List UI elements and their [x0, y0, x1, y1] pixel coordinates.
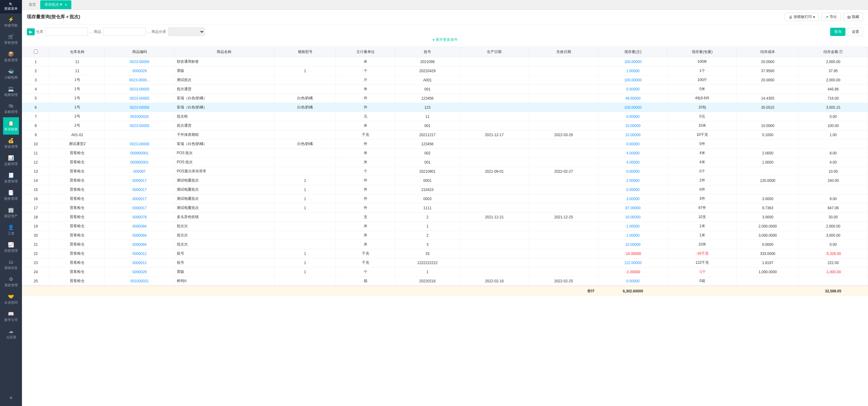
row-spec: 1 — [274, 258, 336, 267]
qty-main-link[interactable]: 4.00000 — [626, 151, 639, 155]
code-link[interactable]: 0023-00008 — [130, 105, 149, 110]
code-link[interactable]: 0000012 — [132, 261, 147, 265]
sidebar-item-purchase[interactable]: 🛍采购管理 — [3, 100, 19, 117]
settings-btn[interactable]: 设置 — [848, 28, 863, 36]
qty-main-link[interactable]: 4.00000 — [626, 160, 639, 165]
qty-main-link[interactable]: 10.00000 — [625, 124, 641, 128]
tab-home[interactable]: 首页 — [24, 0, 40, 9]
select-all-checkbox[interactable] — [34, 49, 38, 54]
hide-btn[interactable]: ▤ 隐藏 — [843, 13, 863, 21]
print-btn[interactable]: 🖨 按模板打印 ▾ — [785, 13, 819, 21]
row-name: 批次次 — [174, 231, 274, 240]
hr-icon: 👤 — [8, 225, 14, 230]
warehouse-input[interactable] — [45, 27, 88, 36]
qty-main-link[interactable]: 100.00000 — [624, 78, 642, 82]
code-link[interactable]: 0000017 — [132, 206, 147, 210]
qty-main-link[interactable]: 2.00000 — [626, 178, 639, 183]
row-prod — [460, 203, 529, 212]
code-link[interactable]: 001000026 — [130, 114, 149, 119]
row-batch: 3 — [395, 240, 460, 249]
qty-main-link[interactable]: 100.00000 — [624, 105, 642, 110]
row-qty-main: -16.00000 — [598, 249, 668, 258]
sidebar-item-tax[interactable]: 📑税务管理 — [3, 187, 19, 204]
code-link[interactable]: 0000017 — [132, 188, 147, 192]
sidebar-item-collab[interactable]: 🤝企业协同 — [3, 291, 19, 308]
row-warehouse: 1号 — [50, 103, 105, 112]
qty-main-link[interactable]: 1.00000 — [626, 233, 639, 238]
qty-main-link[interactable]: 0.00000 — [626, 279, 639, 283]
row-amount — [799, 139, 868, 149]
code-link[interactable]: 000097 — [133, 169, 146, 174]
code-link[interactable]: 0023-00005 — [130, 87, 149, 91]
table-row: 2 11 0000029 票版 1 个 20220429 1.00000 1个 … — [22, 66, 868, 75]
qty-main-link[interactable]: 10.00000 — [625, 242, 641, 247]
qty-main-link[interactable]: 100.00000 — [624, 60, 642, 64]
tab-close-icon[interactable]: ✕ — [65, 3, 67, 6]
sidebar-item-mini-ecom[interactable]: 🐳小鲸电商 — [3, 66, 19, 83]
qty-main-link[interactable]: 10.00000 — [625, 133, 641, 137]
qty-main-link[interactable]: 0.00000 — [626, 188, 639, 192]
product-input[interactable] — [103, 27, 146, 36]
export-btn[interactable]: ↗ 导出 — [822, 13, 841, 21]
sidebar-item-retail[interactable]: 🛒零售管理 — [3, 31, 19, 48]
query-btn[interactable]: 查询 — [830, 28, 845, 36]
qty-main-link[interactable]: -1.00000 — [626, 270, 640, 274]
qty-main-link[interactable]: 122.00000 — [624, 261, 642, 265]
qty-main-link[interactable]: -16.00000 — [625, 251, 641, 256]
code-link[interactable]: 000900001 — [130, 160, 149, 165]
qty-main-link[interactable]: 0.00000 — [626, 169, 639, 174]
sidebar-item-hr[interactable]: 👤工资 — [3, 222, 19, 239]
sidebar-item-ops[interactable]: 📈经营管理 — [3, 239, 19, 256]
sidebar-settings[interactable]: ⚙ — [8, 393, 14, 403]
row-cost: 2,000.0000 — [737, 222, 799, 231]
qty-main-link[interactable]: 1.00000 — [626, 69, 639, 73]
code-link[interactable]: 0023-00005 — [130, 96, 149, 101]
code-link[interactable]: 0000084 — [132, 242, 147, 247]
code-link[interactable]: 0023-00008 — [130, 142, 149, 146]
sidebar-item-asset[interactable]: 🏢固定资产 — [3, 204, 19, 222]
sidebar-search[interactable]: 🔍 搜索菜单 — [0, 0, 22, 13]
category-select[interactable] — [168, 27, 205, 36]
qty-main-link[interactable]: 87.00000 — [625, 206, 641, 210]
dots1: ... — [89, 29, 93, 34]
sidebar-item-ecom[interactable]: 💻电商管理 — [3, 83, 19, 100]
sidebar-item-inventory[interactable]: 📋库存核查 — [3, 117, 19, 135]
row-cost — [737, 167, 799, 176]
sidebar-item-finance[interactable]: 💰资金管理 — [3, 135, 19, 152]
sidebar-item-sys[interactable]: ⚙系统管理 — [3, 273, 19, 291]
code-link[interactable]: 0023-00005 — [130, 124, 149, 128]
code-link[interactable]: 0000084 — [132, 233, 147, 238]
qty-main-link[interactable]: 49.60000 — [625, 96, 641, 101]
code-link[interactable]: 0000078 — [132, 215, 147, 219]
qty-main-link[interactable]: 0.00000 — [626, 142, 639, 146]
code-link[interactable]: 0023-00009 — [130, 60, 149, 64]
qty-main-link[interactable]: 1.00000 — [626, 224, 639, 229]
code-link[interactable]: 0023-0000... — [129, 78, 150, 82]
code-link[interactable]: 0000029 — [132, 69, 147, 73]
row-cost: 0.0000 — [737, 240, 799, 249]
qty-main-link[interactable]: 3.00000 — [626, 197, 639, 201]
invoice-icon: 🧾 — [8, 172, 14, 178]
qty-main-link[interactable]: 0.00000 — [626, 114, 639, 119]
qty-main-link[interactable]: 0.00000 — [626, 87, 639, 91]
sidebar-item-quick-nav[interactable]: ⚡快捷导航 — [3, 13, 19, 31]
sidebar-item-guide[interactable]: 📖新手引导 — [3, 308, 19, 325]
row-qty-main: 10.00000 — [598, 121, 668, 130]
sidebar-item-invoice[interactable]: 🧾发票管理 — [3, 169, 19, 187]
sidebar-item-cloud[interactable]: ☁云应用 — [3, 325, 19, 343]
code-link[interactable]: 000900001 — [130, 151, 149, 155]
expand-conditions-btn[interactable]: ▾ 展开更多条件 — [27, 37, 863, 42]
code-link[interactable]: 0000017 — [132, 197, 147, 201]
code-link[interactable]: 0000084 — [132, 224, 147, 229]
row-batch: A001 — [395, 75, 460, 85]
qty-main-link[interactable]: 10.00000 — [625, 215, 641, 219]
code-link[interactable]: 0000029 — [132, 270, 147, 274]
sidebar-item-base[interactable]: 🗂基础信息 — [3, 256, 19, 273]
code-link[interactable]: 0000017 — [132, 178, 147, 183]
tab-inventory-batch[interactable]: 库存批次▼ ✕ — [40, 0, 71, 9]
sidebar-item-wholesale[interactable]: 📦批发管理 — [3, 48, 19, 66]
code-link[interactable]: 001000031 — [130, 279, 149, 283]
code-link[interactable]: 0000012 — [132, 251, 147, 256]
expand-search-btn[interactable]: ▶ — [27, 28, 35, 35]
sidebar-item-report[interactable]: 📊总账管理 — [3, 152, 19, 169]
